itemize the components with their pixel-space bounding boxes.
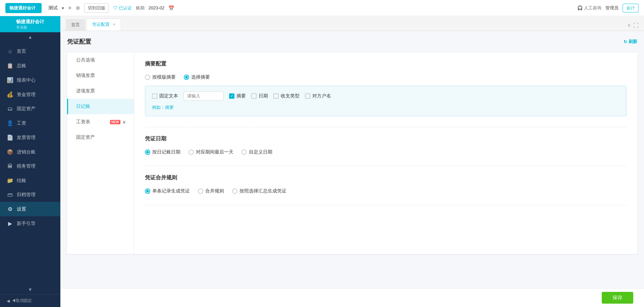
sidebar-item-label: 总账 <box>17 63 26 69</box>
radio-custom-date[interactable]: 自定义日期 <box>241 149 272 155</box>
gear-icon[interactable]: ⚙ <box>76 5 80 11</box>
sidebar-item-label: 报表中心 <box>17 77 36 83</box>
voucher-date-radio-group: 按日记账日期 对应期间最后一天 自定义日期 <box>145 149 627 155</box>
period-value: 2023-02 <box>149 5 165 10</box>
sidebar-item-payroll[interactable]: 👤 工资 <box>0 116 60 130</box>
sidebar-item-assets[interactable]: 🗂 固定资产 <box>0 102 60 116</box>
cancel-fixed-label: ◀取消固定 <box>12 298 32 304</box>
income-type-checkbox-icon <box>273 93 279 99</box>
ledger-icon: 📋 <box>7 62 13 69</box>
config-item-sales-invoice-label: 销项发票 <box>76 73 95 78</box>
certified-label: 已认证 <box>119 5 132 11</box>
date-checkbox[interactable]: 日期 <box>251 93 268 99</box>
summary-checkbox-icon <box>229 93 234 99</box>
service-button[interactable]: 🎧 人工咨询 <box>577 5 601 11</box>
sidebar-scroll-up[interactable]: ▲ <box>0 32 60 42</box>
tab-home[interactable]: 首页 <box>66 19 85 31</box>
sidebar-item-tax[interactable]: 🏛 税务管理 <box>0 159 60 173</box>
sidebar-item-purchase-sales[interactable]: 📦 进销台账 <box>0 145 60 159</box>
sidebar-logo-text: 畅捷通好会计 <box>16 19 44 25</box>
radio-period-last[interactable]: 对应期间最后一天 <box>189 149 233 155</box>
fixed-text-checkbox[interactable]: 固定文本 <box>152 93 178 99</box>
radio-merge-rule[interactable]: 合并规则 <box>198 188 224 194</box>
sidebar-scroll-down[interactable]: ▼ <box>0 285 60 294</box>
fixed-text-label: 固定文本 <box>159 93 178 99</box>
config-item-sales-invoice[interactable]: 销项发票 <box>67 68 134 83</box>
fixed-text-input[interactable] <box>183 91 224 100</box>
sidebar-item-label: 工资 <box>17 120 26 126</box>
sidebar-item-home[interactable]: ⌂ 首页 <box>0 44 60 58</box>
config-item-fixed-assets[interactable]: 固定资产 <box>67 130 134 145</box>
old-version-button[interactable]: 切到旧版 <box>84 3 109 13</box>
sidebar-item-archive[interactable]: 🗃 归档管理 <box>0 188 60 202</box>
radio-template-icon <box>145 75 150 80</box>
counterpart-checkbox[interactable]: 对方户名 <box>305 93 331 99</box>
sidebar-item-label: 首页 <box>17 48 26 54</box>
sidebar-item-invoices[interactable]: 📄 发票管理 <box>0 130 60 145</box>
page-title-row: 凭证配置 ↻ 刷新 <box>67 38 637 46</box>
date-checkbox-icon <box>251 93 257 99</box>
config-item-payroll-table[interactable]: 工资表 NEW ∨ <box>67 114 134 130</box>
sidebar-cancel-fixed[interactable]: ◀ ◀取消固定 <box>0 294 60 307</box>
tab-close-icon[interactable]: × <box>113 22 115 27</box>
page-content: 凭证配置 ↻ 刷新 公共选项 销项发票 进项发票 <box>60 31 644 288</box>
config-item-purchase-invoice[interactable]: 进项发票 <box>67 83 134 99</box>
radio-template-label: 按模版摘要 <box>152 74 176 80</box>
sidebar-item-settings[interactable]: ⚙ 设置 <box>0 202 60 216</box>
tab-voucher-config-label: 凭证配置 <box>92 22 110 27</box>
headset-icon: 🎧 <box>577 5 583 10</box>
radio-single-record-label: 单条记录生成凭证 <box>152 188 190 194</box>
radio-period-last-icon <box>189 149 194 155</box>
sidebar-item-funds[interactable]: 💰 资金管理 <box>0 87 60 102</box>
sidebar-item-label: 新手引导 <box>17 221 36 227</box>
radio-template-summary[interactable]: 按模版摘要 <box>145 74 176 80</box>
date-label: 日期 <box>259 93 268 99</box>
config-item-public[interactable]: 公共选项 <box>67 52 134 68</box>
sidebar-item-ledger[interactable]: 📋 总账 <box>0 58 60 73</box>
divider-3 <box>145 205 627 205</box>
company-dropdown-icon[interactable]: ▾ <box>62 5 64 11</box>
sidebar-item-close-accounts[interactable]: 📁 结账 <box>0 173 60 188</box>
summary-checkbox[interactable]: 摘要 <box>229 93 246 99</box>
radio-select-icon <box>184 75 189 80</box>
accountant-button[interactable]: 会计 <box>623 4 639 12</box>
main-layout: 畅捷通好会计 专业版 ▲ ⌂ 首页 📋 总账 📊 报表中心 💰 资金管理 <box>0 16 644 307</box>
example-text: 例如：摘要 <box>152 104 620 111</box>
calendar-icon[interactable]: 📅 <box>168 5 174 11</box>
save-button[interactable]: 保存 <box>602 292 633 304</box>
radio-select-summary[interactable]: 选择摘要 <box>184 74 210 80</box>
sidebar-item-label: 结账 <box>17 178 26 184</box>
fullscreen-button[interactable]: ⛶ <box>633 23 639 29</box>
archive-icon: 🗃 <box>7 192 13 198</box>
sidebar-item-label: 税务管理 <box>17 163 36 169</box>
window-close-button[interactable]: × <box>628 23 631 29</box>
radio-journal-date-label: 按日记账日期 <box>152 149 180 155</box>
refresh-button[interactable]: ↻ 刷新 <box>624 39 637 45</box>
income-type-checkbox[interactable]: 收支类型 <box>273 93 300 99</box>
radio-custom-date-icon <box>241 149 247 155</box>
config-layout: 公共选项 销项发票 进项发票 日记账 工资表 <box>67 52 637 254</box>
radio-single-record-icon <box>145 188 150 194</box>
summary-config-box: 固定文本 摘要 日期 <box>145 86 627 116</box>
tab-voucher-config[interactable]: 凭证配置 × <box>87 18 121 31</box>
config-item-payroll-row: 工资表 NEW ∨ <box>76 119 126 125</box>
logo-text: 畅捷通好会计 <box>9 5 36 11</box>
period-label: 账期 <box>136 5 145 11</box>
radio-journal-date-icon <box>145 149 150 155</box>
config-item-journal[interactable]: 日记账 <box>67 99 134 114</box>
radio-custom-date-label: 自定义日期 <box>249 149 272 155</box>
merge-rule-title: 凭证合并规则 <box>145 174 627 181</box>
reports-icon: 📊 <box>7 77 13 83</box>
merge-rule-section: 凭证合并规则 单条记录生成凭证 合并规则 <box>145 174 627 194</box>
radio-single-record[interactable]: 单条记录生成凭证 <box>145 188 190 194</box>
add-icon[interactable]: + <box>68 5 72 11</box>
radio-journal-date[interactable]: 按日记账日期 <box>145 149 180 155</box>
counterpart-checkbox-icon <box>305 93 310 99</box>
admin-label[interactable]: 管理员 <box>605 5 619 11</box>
sidebar-item-label: 归档管理 <box>17 192 36 198</box>
sidebar-logo-sub: 专业版 <box>16 25 44 30</box>
radio-select-summary-generate[interactable]: 按照选择汇总生成凭证 <box>232 188 286 194</box>
logo-area: 畅捷通好会计 <box>5 3 42 13</box>
sidebar-item-reports[interactable]: 📊 报表中心 <box>0 73 60 87</box>
sidebar-item-guide[interactable]: ▶ 新手引导 <box>0 216 60 231</box>
